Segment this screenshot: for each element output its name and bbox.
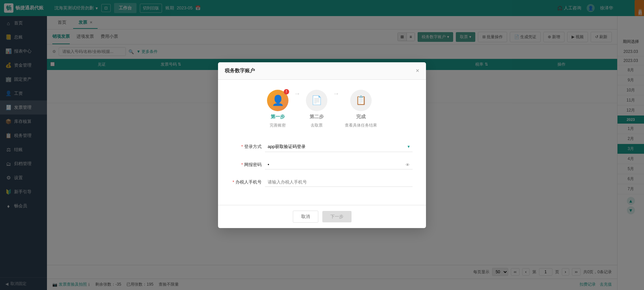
step-1-circle: 👤 ! — [267, 90, 288, 111]
step-1-desc: 完善账密 — [270, 123, 286, 128]
step-3-label: 完成 — [356, 114, 366, 120]
step-2-desc: 去取票 — [311, 123, 323, 128]
step-3-circle: 📋 — [350, 90, 372, 111]
phone-input[interactable] — [265, 177, 413, 187]
step-1-error-dot: ! — [284, 89, 289, 94]
step-1-icon: 👤 — [272, 94, 284, 106]
step-2-label: 第二步 — [310, 114, 324, 120]
password-row: 网报密码 👁 — [231, 160, 413, 169]
tax-digital-modal: 税务数字账户 × 👤 ! 第一步 完善账密 → — [218, 62, 426, 228]
phone-row: 办税人手机号 — [231, 177, 413, 187]
step-arrow-2: → — [327, 90, 345, 107]
select-chevron-icon: ▾ — [408, 144, 410, 149]
password-input[interactable] — [265, 160, 413, 169]
eye-toggle-icon[interactable]: 👁 — [406, 162, 410, 167]
step-2-icon: 📄 — [311, 95, 322, 105]
login-method-row: 登录方式 app获取验证码登录 ▾ — [231, 142, 413, 152]
login-method-select[interactable]: app获取验证码登录 ▾ — [265, 142, 413, 152]
cancel-button[interactable]: 取消 — [293, 211, 318, 223]
modal-header: 税务数字账户 × — [218, 62, 426, 80]
step-2: 📄 第二步 去取票 — [306, 90, 327, 128]
step-3-icon: 📋 — [356, 95, 366, 105]
next-button[interactable]: 下一步 — [322, 211, 352, 222]
step-1: 👤 ! 第一步 完善账密 — [267, 90, 288, 128]
phone-label: 办税人手机号 — [231, 179, 262, 185]
login-method-label: 登录方式 — [231, 144, 262, 150]
modal-close-button[interactable]: × — [416, 68, 419, 74]
step-1-label: 第一步 — [271, 114, 285, 120]
step-2-circle: 📄 — [306, 90, 327, 111]
steps-row: 👤 ! 第一步 完善账密 → 📄 第二步 去取票 → — [231, 90, 413, 128]
modal-overlay: 税务数字账户 × 👤 ! 第一步 完善账密 → — [0, 0, 644, 290]
modal-footer: 取消 下一步 — [218, 205, 426, 228]
modal-body: 👤 ! 第一步 完善账密 → 📄 第二步 去取票 → — [218, 80, 426, 205]
step-arrow-1: → — [288, 90, 306, 107]
step-3-desc: 查看具体任务结果 — [345, 123, 377, 128]
step-3: 📋 完成 查看具体任务结果 — [345, 90, 377, 128]
password-label: 网报密码 — [231, 162, 262, 168]
modal-title: 税务数字账户 — [225, 68, 255, 74]
